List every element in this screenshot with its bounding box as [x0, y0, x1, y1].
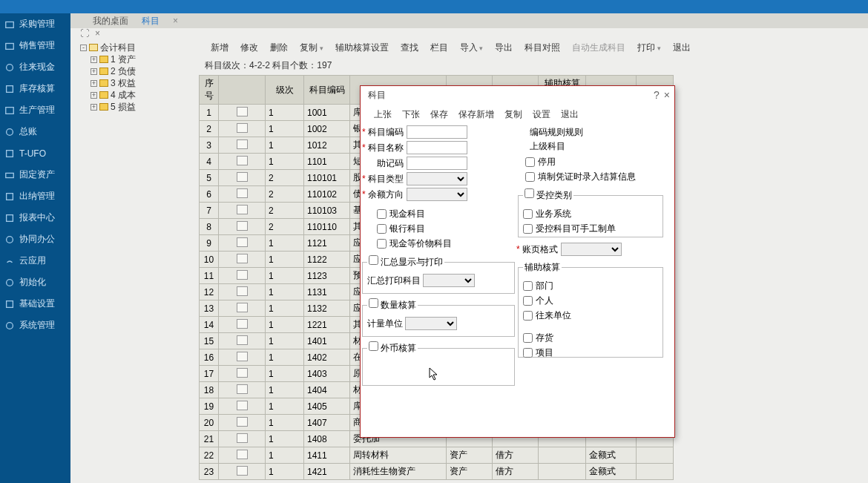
sidenav-item[interactable]: 库存核算 — [0, 78, 70, 99]
check-cash[interactable] — [377, 209, 387, 219]
row-checkbox[interactable] — [219, 137, 266, 154]
check-summary[interactable] — [369, 255, 378, 265]
check-quantity[interactable] — [369, 298, 378, 308]
select-dir[interactable] — [407, 188, 467, 201]
column-header[interactable]: 序号 — [200, 76, 219, 105]
row-checkbox[interactable] — [219, 186, 266, 203]
row-checkbox[interactable] — [219, 333, 266, 349]
sidenav-item[interactable]: 往来现金 — [0, 56, 70, 78]
dialog-btn-设置[interactable]: 设置 — [533, 108, 550, 121]
table-row[interactable]: 2211411周转材料资产借方金额式 — [200, 447, 674, 464]
sidenav-item[interactable]: 系统管理 — [0, 315, 70, 336]
check-stop[interactable] — [525, 157, 535, 167]
select-summary[interactable] — [423, 274, 475, 287]
row-checkbox[interactable] — [219, 235, 266, 252]
check-biz-system[interactable] — [523, 209, 533, 219]
close-icon[interactable]: × — [95, 28, 100, 39]
tree-node[interactable]: +3 权益 — [80, 77, 195, 89]
select-unit[interactable] — [405, 317, 457, 330]
input-name[interactable] — [407, 141, 467, 154]
tree-root[interactable]: -会计科目 — [80, 42, 195, 53]
toolbar-导出[interactable]: 导出 — [495, 42, 513, 54]
check-aux-person[interactable] — [523, 296, 533, 306]
dialog-btn-退出[interactable]: 退出 — [561, 108, 579, 121]
column-header[interactable] — [219, 76, 266, 105]
toolbar-科目对照[interactable]: 科目对照 — [525, 42, 560, 54]
dialog-close-icon[interactable]: × — [664, 89, 670, 101]
row-checkbox[interactable] — [219, 317, 266, 333]
help-icon[interactable]: ? — [654, 89, 660, 101]
tab-desktop[interactable]: 我的桌面 — [93, 15, 128, 27]
row-checkbox[interactable] — [219, 464, 266, 480]
row-checkbox[interactable] — [219, 170, 266, 186]
toolbar-栏目[interactable]: 栏目 — [430, 42, 448, 54]
row-checkbox[interactable] — [219, 268, 266, 284]
input-code[interactable] — [407, 125, 467, 139]
tree-node[interactable]: +4 成本 — [80, 89, 195, 101]
toolbar-查找[interactable]: 查找 — [401, 42, 418, 54]
sidenav-item[interactable]: 生产管理 — [0, 99, 70, 121]
sidenav-item[interactable]: 采购管理 — [0, 13, 70, 35]
tab-subject[interactable]: 科目 — [142, 15, 160, 27]
dialog-btn-保存[interactable]: 保存 — [430, 108, 448, 121]
row-checkbox[interactable] — [219, 431, 266, 447]
row-checkbox[interactable] — [219, 284, 266, 300]
toolbar-导入[interactable]: 导入 — [460, 42, 484, 54]
sidenav-item[interactable]: T-UFO — [0, 142, 70, 164]
toolbar-辅助核算设置[interactable]: 辅助核算设置 — [335, 42, 389, 54]
check-aux-dept[interactable] — [523, 281, 533, 291]
check-fc[interactable] — [369, 341, 378, 351]
toolbar-新增[interactable]: 新增 — [211, 42, 228, 54]
check-voucher-settle[interactable] — [525, 172, 535, 182]
check-aux-stock[interactable] — [523, 333, 533, 343]
toolbar-复制[interactable]: 复制 — [300, 42, 323, 54]
sidenav-item[interactable]: 基础设置 — [0, 293, 70, 315]
input-mnemonic[interactable] — [407, 157, 467, 170]
toolbar-退出[interactable]: 退出 — [673, 42, 691, 54]
row-checkbox[interactable] — [219, 154, 266, 170]
select-page-format[interactable] — [561, 243, 622, 256]
sidenav-item[interactable]: 报表中心 — [0, 207, 70, 229]
dialog-btn-上张[interactable]: 上张 — [374, 108, 392, 121]
sidenav-item[interactable]: 初始化 — [0, 272, 70, 293]
row-checkbox[interactable] — [219, 349, 266, 366]
check-aux-partner[interactable] — [523, 311, 533, 321]
check-aux-project[interactable] — [523, 348, 533, 358]
sidenav-item[interactable]: 出纳管理 — [0, 185, 70, 207]
row-checkbox[interactable] — [219, 382, 266, 398]
row-checkbox[interactable] — [219, 398, 266, 415]
tree-node[interactable]: +5 损益 — [80, 101, 195, 113]
row-checkbox[interactable] — [219, 219, 266, 235]
tree-node[interactable]: +1 资产 — [80, 53, 195, 65]
check-controlled[interactable] — [525, 188, 534, 198]
check-bank[interactable] — [377, 224, 387, 234]
toolbar-自动生成科目[interactable]: 自动生成科目 — [572, 42, 625, 54]
row-checkbox[interactable] — [219, 105, 266, 121]
sidenav-item[interactable]: 云应用 — [0, 250, 70, 272]
sidenav-item[interactable]: 销售管理 — [0, 35, 70, 56]
row-checkbox[interactable] — [219, 252, 266, 268]
sidenav-item[interactable]: 协同办公 — [0, 229, 70, 250]
table-row[interactable]: 2311421消耗性生物资产资产借方金额式 — [200, 464, 674, 480]
toolbar-打印[interactable]: 打印 — [637, 42, 661, 54]
sidenav-item[interactable]: 固定资产 — [0, 164, 70, 185]
column-header[interactable]: 级次 — [266, 76, 304, 105]
tab-close-icon[interactable]: × — [173, 16, 178, 26]
row-checkbox[interactable] — [219, 300, 266, 317]
toolbar-修改[interactable]: 修改 — [240, 42, 258, 54]
row-checkbox[interactable] — [219, 415, 266, 431]
dialog-btn-保存新增[interactable]: 保存新增 — [458, 108, 494, 121]
check-manual-entry[interactable] — [523, 224, 533, 234]
row-checkbox[interactable] — [219, 121, 266, 137]
tree-node[interactable]: +2 负债 — [80, 65, 195, 77]
expand-icon[interactable]: ⛶ — [80, 28, 89, 39]
row-checkbox[interactable] — [219, 447, 266, 464]
row-checkbox[interactable] — [219, 366, 266, 382]
sidenav-item[interactable]: 总账 — [0, 121, 70, 142]
dialog-btn-复制[interactable]: 复制 — [504, 108, 522, 121]
dialog-btn-下张[interactable]: 下张 — [402, 108, 420, 121]
column-header[interactable]: 科目编码 — [304, 76, 350, 105]
check-cash-equiv[interactable] — [377, 239, 387, 249]
row-checkbox[interactable] — [219, 203, 266, 219]
toolbar-删除[interactable]: 删除 — [270, 42, 288, 54]
